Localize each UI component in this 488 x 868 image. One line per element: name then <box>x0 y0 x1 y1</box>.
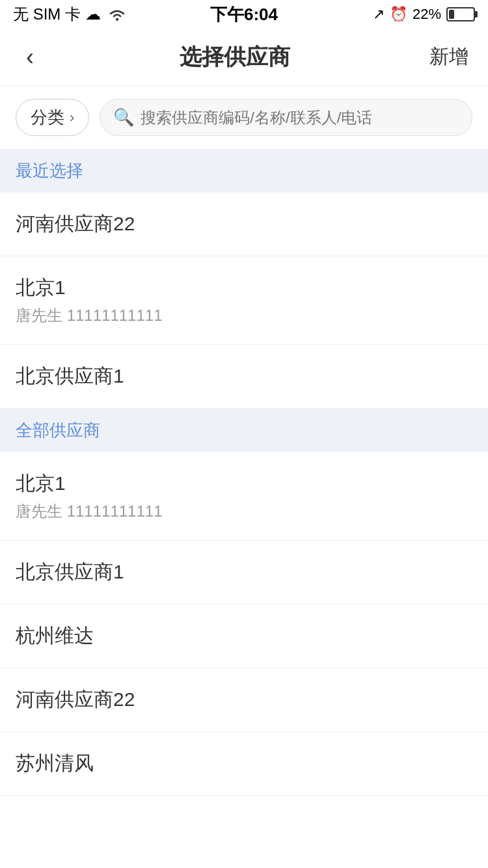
item-name: 河南供应商22 <box>16 686 472 713</box>
status-left: 无 SIM 卡 ☁ <box>13 4 127 25</box>
location-icon: ↗ <box>373 6 385 23</box>
recent-section-header: 最近选择 <box>0 149 488 193</box>
list-item[interactable]: 河南供应商22 <box>0 668 488 732</box>
status-time: 下午6:04 <box>210 3 278 26</box>
item-name: 北京供应商1 <box>16 559 472 586</box>
item-name: 河南供应商22 <box>16 211 472 237</box>
list-item[interactable]: 杭州维达 <box>0 604 488 668</box>
add-button[interactable]: 新增 <box>429 44 468 70</box>
category-button[interactable]: 分类 › <box>16 99 89 136</box>
sim-status: 无 SIM 卡 ☁ <box>13 4 101 25</box>
battery-percentage: 22% <box>413 6 441 23</box>
recent-items-list: 河南供应商22北京1唐先生 11111111111北京供应商1 <box>0 193 488 409</box>
item-sub: 唐先生 11111111111 <box>16 501 472 522</box>
list-item[interactable]: 北京1唐先生 11111111111 <box>0 452 488 541</box>
back-button[interactable]: ‹ <box>20 37 40 77</box>
search-icon: 🔍 <box>113 107 134 128</box>
item-name: 苏州清风 <box>16 750 472 777</box>
item-name: 北京供应商1 <box>16 363 472 390</box>
item-sub: 唐先生 11111111111 <box>16 305 472 326</box>
item-name: 北京1 <box>16 470 472 497</box>
all-section-header: 全部供应商 <box>0 409 488 452</box>
status-bar: 无 SIM 卡 ☁ 下午6:04 ↗ ⏰ 22% <box>0 0 488 29</box>
battery-icon <box>446 7 475 21</box>
nav-bar: ‹ 选择供应商 新增 <box>0 29 488 86</box>
list-item[interactable]: 苏州清风 <box>0 732 488 796</box>
category-label: 分类 <box>31 106 64 129</box>
list-item[interactable]: 北京供应商1 <box>0 345 488 409</box>
list-item[interactable]: 北京1唐先生 11111111111 <box>0 256 488 345</box>
list-item[interactable]: 河南供应商22 <box>0 193 488 256</box>
filter-bar: 分类 › 🔍 <box>0 86 488 149</box>
wifi-icon <box>107 7 127 21</box>
search-box[interactable]: 🔍 <box>100 99 472 136</box>
page-title: 选择供应商 <box>180 42 290 72</box>
list-item[interactable]: 北京供应商1 <box>0 541 488 604</box>
item-name: 杭州维达 <box>16 623 472 649</box>
alarm-icon: ⏰ <box>390 6 407 23</box>
status-right: ↗ ⏰ 22% <box>373 6 475 23</box>
item-name: 北京1 <box>16 275 472 301</box>
search-input[interactable] <box>141 109 459 127</box>
all-items-list: 北京1唐先生 11111111111北京供应商1杭州维达河南供应商22苏州清风 <box>0 452 488 796</box>
svg-point-0 <box>116 18 118 21</box>
chevron-right-icon: › <box>70 109 74 126</box>
